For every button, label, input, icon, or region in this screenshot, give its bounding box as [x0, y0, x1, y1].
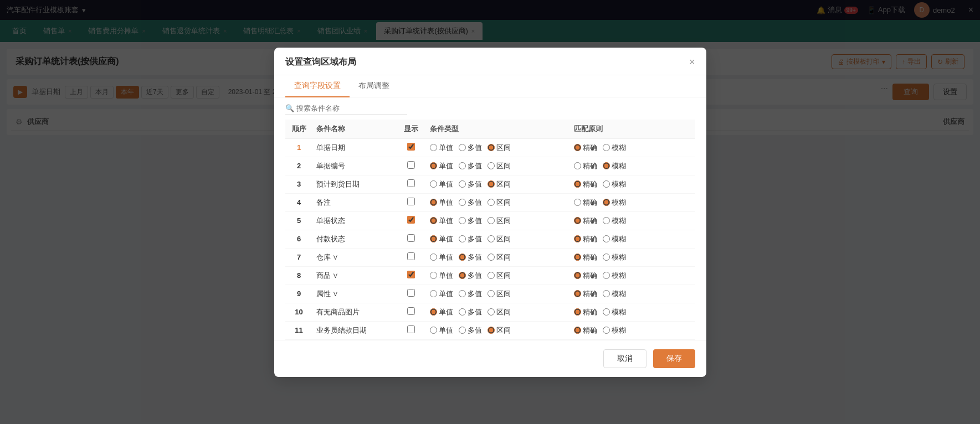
type-radio-type_multi-1[interactable]: 多值 — [459, 161, 482, 171]
display-checkbox-1[interactable] — [407, 161, 415, 169]
row-type-6: 单值多值区间 — [427, 248, 571, 266]
row-display-8[interactable] — [396, 285, 427, 303]
dialog-overlay: 设置查询区域布局 × 查询字段设置 布局调整 🔍 — [0, 0, 980, 424]
display-checkbox-6[interactable] — [407, 252, 415, 260]
match-radio-match_exact-1[interactable]: 精确 — [574, 161, 597, 171]
match-radio-match_exact-0[interactable]: 精确 — [574, 143, 597, 153]
display-checkbox-4[interactable] — [407, 216, 415, 224]
match-radio-match_exact-6[interactable]: 精确 — [574, 252, 597, 262]
row-name-4: 单据状态 — [313, 211, 396, 230]
search-input[interactable] — [296, 104, 396, 112]
match-radio-match_fuzzy-6[interactable]: 模糊 — [603, 252, 626, 262]
display-checkbox-0[interactable] — [407, 143, 415, 151]
match-radio-match_fuzzy-7[interactable]: 模糊 — [603, 271, 626, 281]
type-radio-type_single-0[interactable]: 单值 — [430, 143, 453, 153]
table-row: 5单据状态单值多值区间精确模糊 — [285, 211, 695, 230]
type-radio-type_multi-7[interactable]: 多值 — [459, 271, 482, 281]
match-radio-match_exact-3[interactable]: 精确 — [574, 198, 597, 208]
type-radio-type_multi-8[interactable]: 多值 — [459, 289, 482, 299]
type-radio-type_range-7[interactable]: 区间 — [488, 271, 511, 281]
match-radio-match_exact-8[interactable]: 精确 — [574, 289, 597, 299]
type-radio-type_single-9[interactable]: 单值 — [430, 307, 453, 317]
type-radio-type_single-10[interactable]: 单值 — [430, 325, 453, 335]
match-radio-match_fuzzy-2[interactable]: 模糊 — [603, 179, 626, 189]
display-checkbox-10[interactable] — [407, 325, 415, 333]
type-radio-type_multi-3[interactable]: 多值 — [459, 198, 482, 208]
display-checkbox-5[interactable] — [407, 234, 415, 242]
row-display-2[interactable] — [396, 175, 427, 193]
col-type: 条件类型 — [427, 120, 571, 139]
type-radio-type_single-2[interactable]: 单值 — [430, 179, 453, 189]
row-type-7: 单值多值区间 — [427, 266, 571, 285]
type-radio-type_multi-10[interactable]: 多值 — [459, 325, 482, 335]
row-display-7[interactable] — [396, 266, 427, 285]
type-radio-type_single-6[interactable]: 单值 — [430, 252, 453, 262]
row-display-9[interactable] — [396, 303, 427, 321]
match-radio-match_exact-7[interactable]: 精确 — [574, 271, 597, 281]
match-radio-match_fuzzy-4[interactable]: 模糊 — [603, 216, 626, 226]
row-display-4[interactable] — [396, 211, 427, 230]
type-radio-type_single-5[interactable]: 单值 — [430, 234, 453, 244]
type-radio-type_single-1[interactable]: 单值 — [430, 161, 453, 171]
display-checkbox-7[interactable] — [407, 271, 415, 278]
row-display-0[interactable] — [396, 138, 427, 157]
row-name-2: 预计到货日期 — [313, 175, 396, 193]
match-radio-match_exact-5[interactable]: 精确 — [574, 234, 597, 244]
type-radio-type_range-3[interactable]: 区间 — [488, 198, 511, 208]
type-radio-type_range-0[interactable]: 区间 — [488, 143, 511, 153]
row-display-10[interactable] — [396, 321, 427, 339]
type-radio-type_multi-6[interactable]: 多值 — [459, 252, 482, 262]
match-radio-match_fuzzy-9[interactable]: 模糊 — [603, 307, 626, 317]
row-type-5: 单值多值区间 — [427, 230, 571, 248]
type-radio-type_multi-9[interactable]: 多值 — [459, 307, 482, 317]
type-radio-type_range-6[interactable]: 区间 — [488, 252, 511, 262]
cancel-btn[interactable]: 取消 — [603, 349, 647, 368]
dialog-tab-layout[interactable]: 布局调整 — [350, 75, 398, 97]
type-radio-type_range-10[interactable]: 区间 — [488, 325, 511, 335]
type-radio-type_range-9[interactable]: 区间 — [488, 307, 511, 317]
match-radio-match_exact-2[interactable]: 精确 — [574, 179, 597, 189]
match-radio-match_exact-4[interactable]: 精确 — [574, 216, 597, 226]
match-radio-match_exact-10[interactable]: 精确 — [574, 325, 597, 335]
row-index-6: 6 — [285, 230, 313, 248]
match-radio-match_fuzzy-8[interactable]: 模糊 — [603, 289, 626, 299]
dialog-tab-layout-label: 布局调整 — [358, 81, 389, 90]
row-display-5[interactable] — [396, 230, 427, 248]
display-checkbox-2[interactable] — [407, 179, 415, 187]
type-radio-type_multi-4[interactable]: 多值 — [459, 216, 482, 226]
type-radio-type_multi-2[interactable]: 多值 — [459, 179, 482, 189]
type-radio-type_range-8[interactable]: 区间 — [488, 289, 511, 299]
row-display-1[interactable] — [396, 157, 427, 175]
type-radio-type_multi-0[interactable]: 多值 — [459, 143, 482, 153]
match-radio-match_fuzzy-5[interactable]: 模糊 — [603, 234, 626, 244]
type-radio-type_single-4[interactable]: 单值 — [430, 216, 453, 226]
display-checkbox-9[interactable] — [407, 307, 415, 315]
table-head: 顺序 条件名称 显示 条件类型 匹配原则 — [285, 120, 695, 139]
type-radio-type_range-1[interactable]: 区间 — [488, 161, 511, 171]
type-radio-type_range-4[interactable]: 区间 — [488, 216, 511, 226]
row-name-10: 业务员结款日期 — [313, 321, 396, 339]
table-row: 11业务员结款日期单值多值区间精确模糊 — [285, 321, 695, 339]
row-match-2: 精确模糊 — [571, 175, 695, 193]
dialog-footer: 取消 保存 — [274, 340, 706, 377]
type-radio-type_single-7[interactable]: 单值 — [430, 271, 453, 281]
match-radio-match_fuzzy-3[interactable]: 模糊 — [603, 198, 626, 208]
type-radio-type_single-3[interactable]: 单值 — [430, 198, 453, 208]
type-radio-type_range-2[interactable]: 区间 — [488, 179, 511, 189]
row-index-10: 10 — [285, 303, 313, 321]
display-checkbox-3[interactable] — [407, 198, 415, 205]
dialog-header: 设置查询区域布局 × — [274, 48, 706, 75]
dialog-close-btn[interactable]: × — [689, 57, 695, 67]
save-btn[interactable]: 保存 — [653, 349, 695, 368]
dialog-tab-fields[interactable]: 查询字段设置 — [285, 75, 350, 97]
type-radio-type_range-5[interactable]: 区间 — [488, 234, 511, 244]
match-radio-match_fuzzy-1[interactable]: 模糊 — [603, 161, 626, 171]
row-display-3[interactable] — [396, 193, 427, 211]
display-checkbox-8[interactable] — [407, 289, 415, 297]
type-radio-type_multi-5[interactable]: 多值 — [459, 234, 482, 244]
match-radio-match_fuzzy-0[interactable]: 模糊 — [603, 143, 626, 153]
match-radio-match_fuzzy-10[interactable]: 模糊 — [603, 325, 626, 335]
type-radio-type_single-8[interactable]: 单值 — [430, 289, 453, 299]
row-display-6[interactable] — [396, 248, 427, 266]
match-radio-match_exact-9[interactable]: 精确 — [574, 307, 597, 317]
